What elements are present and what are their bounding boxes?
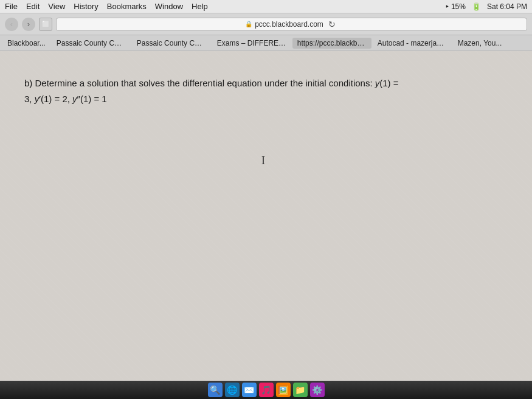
menu-bar-left: File Edit View History Bookmarks Window … — [5, 2, 208, 11]
address-text: pccc.blackboard.com — [255, 20, 323, 29]
dock-icon-mail[interactable]: ✉️ — [242, 383, 257, 397]
bookmark-1[interactable]: Passaic County Commu... — [52, 38, 131, 49]
dock-icon-music[interactable]: 🎵 — [259, 383, 274, 397]
forward-icon: › — [27, 19, 30, 29]
tab-icon: ⬜ — [42, 21, 49, 27]
clock: Sat 6:04 PM — [487, 2, 527, 11]
dock-icon-photos[interactable]: 🖼️ — [276, 383, 291, 397]
bookmark-0[interactable]: Blackboar... — [2, 38, 50, 49]
text-cursor: I — [261, 154, 265, 167]
menu-bar: File Edit View History Bookmarks Window … — [0, 0, 532, 13]
problem-b-line2: 3, y′(1) = 2, y″(1) = 1 — [24, 91, 499, 107]
menu-file[interactable]: File — [5, 2, 18, 11]
bookmark-3[interactable]: Exams – DIFFERENTIAL... — [212, 38, 291, 49]
bookmark-4[interactable]: https://pccc.blackboard... — [292, 38, 371, 49]
dock-icon-app2[interactable]: ⚙️ — [310, 383, 325, 397]
back-button[interactable]: ‹ — [5, 18, 18, 31]
dock: 🔍 🌐 ✉️ 🎵 🖼️ 📁 ⚙️ — [0, 381, 532, 399]
bookmarks-bar: Blackboar... Passaic County Commu... Pas… — [0, 35, 532, 51]
browser-toolbar: ‹ › ⬜ 🔒 pccc.blackboard.com ↻ — [0, 13, 532, 35]
menu-window[interactable]: Window — [155, 2, 183, 11]
forward-button[interactable]: › — [22, 18, 35, 31]
math-problem: b) Determine a solution that solves the … — [24, 75, 499, 106]
menu-edit[interactable]: Edit — [26, 2, 40, 11]
bookmark-6[interactable]: Mazen, You... — [453, 38, 507, 49]
menu-view[interactable]: View — [48, 2, 65, 11]
menu-history[interactable]: History — [74, 2, 98, 11]
dock-icon-app1[interactable]: 📁 — [293, 383, 308, 397]
page-content: b) Determine a solution that solves the … — [0, 51, 532, 381]
dock-icon-safari[interactable]: 🌐 — [225, 383, 240, 397]
dock-icon-finder[interactable]: 🔍 — [208, 383, 223, 397]
battery-icon: 🔋 — [472, 2, 481, 11]
address-bar[interactable]: 🔒 pccc.blackboard.com ↻ — [56, 18, 527, 31]
menu-bar-right: ‣ 15% 🔋 Sat 6:04 PM — [445, 2, 527, 11]
bookmark-2[interactable]: Passaic County Commu... — [132, 38, 211, 49]
reload-button[interactable]: ↻ — [326, 18, 338, 30]
lock-icon: 🔒 — [245, 21, 252, 27]
back-icon: ‹ — [10, 19, 13, 29]
menu-bookmarks[interactable]: Bookmarks — [107, 2, 147, 11]
tab-switcher-button[interactable]: ⬜ — [39, 18, 52, 31]
menu-help[interactable]: Help — [192, 2, 208, 11]
problem-b-line1: b) Determine a solution that solves the … — [24, 75, 499, 91]
wifi-status: ‣ 15% — [445, 2, 466, 11]
bookmark-5[interactable]: Autocad - mazerjabbar... — [373, 38, 452, 49]
